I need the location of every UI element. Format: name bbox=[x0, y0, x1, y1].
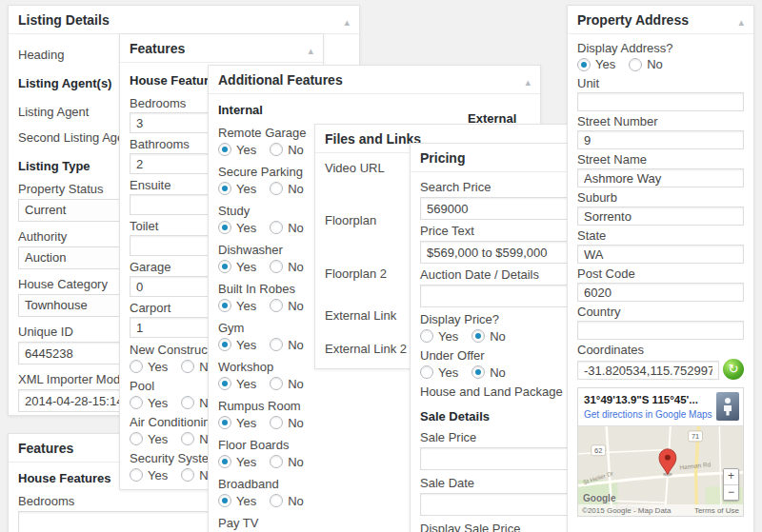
radio-yes[interactable]: Yes bbox=[130, 360, 168, 374]
street-name-label: Street Name bbox=[577, 152, 744, 167]
street-number-label: Street Number bbox=[577, 114, 744, 128]
features-title: Features ▴ bbox=[120, 34, 323, 63]
coordinates-input[interactable] bbox=[577, 361, 719, 380]
terms-of-use-link[interactable]: Terms of Use bbox=[694, 506, 739, 515]
property-address-title: Property Address ▴ bbox=[568, 6, 753, 34]
radio-yes[interactable]: Yes bbox=[218, 377, 256, 391]
street-view-thumbnail[interactable] bbox=[716, 392, 739, 421]
refresh-coordinates-icon[interactable]: ↻ bbox=[723, 359, 744, 380]
street-name-input[interactable] bbox=[577, 168, 744, 187]
collapse-icon[interactable]: ▴ bbox=[308, 43, 313, 58]
coordinates-label: Coordinates bbox=[577, 343, 744, 357]
svg-text:71: 71 bbox=[692, 432, 699, 441]
radio-no[interactable]: No bbox=[270, 494, 304, 508]
svg-text:62: 62 bbox=[594, 446, 602, 455]
country-label: Country bbox=[577, 305, 744, 319]
map-attribution: ©2015 Google - Map Data Terms of Use bbox=[578, 504, 743, 516]
get-directions-link[interactable]: Get directions in Google Maps bbox=[584, 408, 712, 421]
map-copyright: ©2015 Google - Map Data bbox=[582, 506, 672, 515]
zoom-in-button[interactable]: + bbox=[724, 469, 738, 484]
zoom-out-button[interactable]: − bbox=[724, 484, 738, 500]
radio-no[interactable]: No bbox=[471, 365, 506, 380]
display-address-label: Display Address? bbox=[577, 41, 744, 55]
collapse-icon[interactable]: ▴ bbox=[525, 74, 531, 89]
post-code-label: Post Code bbox=[577, 266, 744, 281]
collapse-icon[interactable]: ▴ bbox=[344, 14, 350, 30]
radio-no[interactable]: No bbox=[270, 377, 304, 391]
radio-yes[interactable]: Yes bbox=[577, 57, 615, 71]
collapse-icon[interactable]: ▴ bbox=[738, 14, 744, 30]
unit-label: Unit bbox=[577, 76, 744, 90]
radio-yes[interactable]: Yes bbox=[130, 468, 168, 483]
map-coordinates-text: 31°49'13.9"S 115°45'... bbox=[584, 393, 712, 406]
radio-yes[interactable]: Yes bbox=[130, 432, 168, 446]
street-number-input[interactable] bbox=[577, 130, 744, 149]
property-address-panel: Property Address ▴ Display Address? Yes … bbox=[567, 5, 754, 532]
suburb-input[interactable] bbox=[577, 207, 744, 226]
google-logo: Google bbox=[583, 493, 615, 503]
unit-input[interactable] bbox=[577, 92, 744, 111]
post-code-input[interactable] bbox=[577, 283, 744, 302]
radio-no[interactable]: No bbox=[270, 221, 304, 235]
radio-yes[interactable]: Yes bbox=[218, 182, 256, 196]
map-header: 31°49'13.9"S 115°45'... Get directions i… bbox=[578, 388, 743, 425]
coordinates-row: ↻ bbox=[577, 359, 744, 380]
state-label: State bbox=[577, 228, 744, 243]
radio-no[interactable]: No bbox=[629, 57, 663, 71]
radio-no[interactable]: No bbox=[270, 260, 304, 274]
radio-no[interactable]: No bbox=[270, 338, 304, 352]
radio-yes[interactable]: Yes bbox=[218, 299, 256, 313]
suburb-label: Suburb bbox=[577, 190, 744, 205]
listing-details-title: Listing Details ▴ bbox=[9, 6, 359, 34]
additional-features-title: Additional Features ▴ bbox=[209, 66, 540, 94]
route-shield-62: 62 bbox=[592, 445, 606, 456]
display-address-radios: Yes No bbox=[577, 57, 744, 71]
radio-no[interactable]: No bbox=[270, 416, 304, 430]
radio-yes[interactable]: Yes bbox=[420, 365, 458, 380]
map-zoom-control: + − bbox=[723, 468, 739, 501]
map-card: 31°49'13.9"S 115°45'... Get directions i… bbox=[577, 387, 744, 517]
radio-no[interactable]: No bbox=[270, 299, 304, 313]
radio-yes[interactable]: Yes bbox=[218, 455, 256, 469]
map-viewport[interactable]: 62 71 St Helier Dr Harman Rd Padbury Cir bbox=[578, 425, 743, 516]
radio-yes[interactable]: Yes bbox=[218, 338, 256, 352]
state-input[interactable] bbox=[577, 245, 744, 264]
country-input[interactable] bbox=[577, 321, 744, 340]
radio-yes[interactable]: Yes bbox=[218, 221, 256, 235]
radio-yes[interactable]: Yes bbox=[218, 260, 256, 274]
pegman-icon bbox=[722, 397, 733, 416]
route-shield-71: 71 bbox=[689, 431, 703, 442]
radio-yes[interactable]: Yes bbox=[130, 396, 168, 410]
radio-yes[interactable]: Yes bbox=[420, 329, 458, 344]
radio-no[interactable]: No bbox=[270, 143, 304, 157]
radio-yes[interactable]: Yes bbox=[218, 416, 256, 430]
radio-no[interactable]: No bbox=[270, 182, 304, 196]
radio-no[interactable]: No bbox=[270, 455, 304, 469]
radio-yes[interactable]: Yes bbox=[218, 494, 256, 508]
admin-screen: Listing Details ▴ Heading Listing Agent(… bbox=[0, 0, 762, 532]
radio-yes[interactable]: Yes bbox=[218, 143, 256, 157]
radio-no[interactable]: No bbox=[471, 329, 506, 344]
